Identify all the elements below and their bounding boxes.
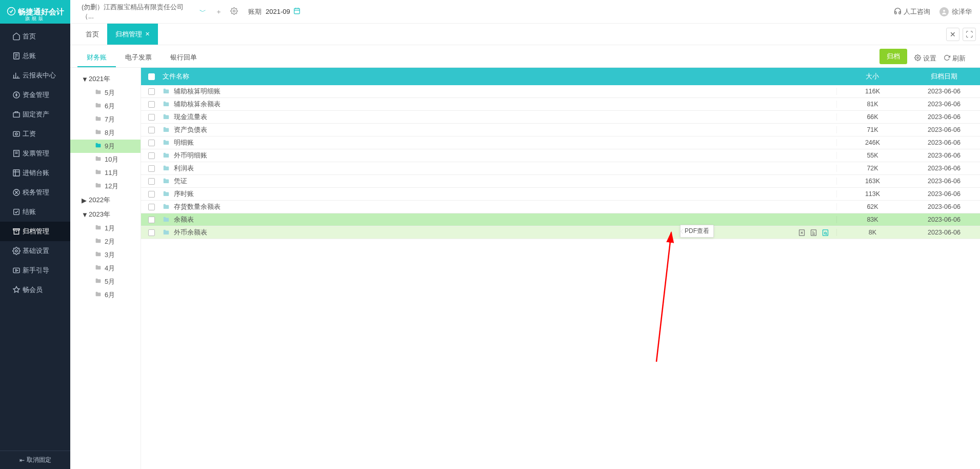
file-date: 2023-06-06 xyxy=(908,101,980,108)
row-checkbox[interactable] xyxy=(148,178,155,185)
sidebar-item-ledger[interactable]: 总账 xyxy=(0,46,70,66)
sidebar-item-archive[interactable]: 归档管理 xyxy=(0,222,70,241)
month-label: 7月 xyxy=(105,115,115,124)
settings-link[interactable]: 设置 xyxy=(914,54,936,63)
folder-icon xyxy=(95,291,102,299)
table-row[interactable]: 余额表83K2023-06-06 xyxy=(141,213,980,226)
header-date[interactable]: 归档日期 xyxy=(908,72,980,81)
table-row[interactable]: 存货数量余额表62K2023-06-06 xyxy=(141,201,980,213)
month-label: 4月 xyxy=(105,264,115,273)
page-tab[interactable]: 首页 xyxy=(77,24,107,45)
row-checkbox[interactable] xyxy=(148,152,155,159)
row-checkbox[interactable] xyxy=(148,88,155,95)
sidebar-item-settings[interactable]: 基础设置 xyxy=(0,241,70,261)
archive-button[interactable]: 归档 xyxy=(879,49,907,64)
refresh-link[interactable]: 刷新 xyxy=(944,54,966,63)
file-name: 现金流量表 xyxy=(174,113,207,122)
tree-month[interactable]: 4月 xyxy=(70,262,141,275)
svg-rect-21 xyxy=(14,230,18,234)
tree-month[interactable]: 9月 xyxy=(70,140,141,153)
tree-month[interactable]: 1月 xyxy=(70,222,141,235)
chevron-down-icon[interactable]: ﹀ xyxy=(199,7,206,16)
home-icon xyxy=(10,32,23,41)
tree-year[interactable]: ▼2021年 xyxy=(70,72,141,86)
user-menu[interactable]: 徐泽华 xyxy=(939,7,972,16)
sidebar-item-tax[interactable]: 税务管理 xyxy=(0,183,70,202)
row-checkbox[interactable] xyxy=(148,191,155,198)
sidebar-item-guide[interactable]: 新手引导 xyxy=(0,261,70,280)
row-checkbox[interactable] xyxy=(148,140,155,146)
sidebar-item-asset[interactable]: 固定资产 xyxy=(0,105,70,124)
period-value[interactable]: 2021-09 xyxy=(266,8,290,15)
add-button[interactable]: ＋ xyxy=(215,7,222,16)
tree-month[interactable]: 3月 xyxy=(70,248,141,262)
select-all-checkbox[interactable] xyxy=(148,73,155,80)
tree-month[interactable]: 6月 xyxy=(70,100,141,113)
download-pdf-icon[interactable] xyxy=(810,229,817,237)
sidebar-item-home[interactable]: 首页 xyxy=(0,27,70,46)
sidebar-item-purchase[interactable]: 进销台账 xyxy=(0,163,70,183)
tree-month[interactable]: 8月 xyxy=(70,126,141,140)
sidebar-unpin[interactable]: ⇤ 取消固定 xyxy=(0,451,70,469)
sidebar-item-invoice[interactable]: 发票管理 xyxy=(0,144,70,163)
tree-month[interactable]: 11月 xyxy=(70,166,141,180)
month-label: 11月 xyxy=(105,168,118,178)
unpin-icon: ⇤ xyxy=(19,457,25,464)
header-size[interactable]: 大小 xyxy=(836,72,908,81)
close-book-icon xyxy=(10,208,23,216)
sidebar-item-vip[interactable]: 畅会员 xyxy=(0,280,70,300)
tree-month[interactable]: 7月 xyxy=(70,113,141,126)
tab-close-button[interactable]: ✕ xyxy=(946,28,959,41)
pdf-view-icon[interactable] xyxy=(822,229,829,237)
table-row[interactable]: 外币明细账55K2023-06-06 xyxy=(141,149,980,162)
tree-month[interactable]: 5月 xyxy=(70,86,141,100)
file-name: 余额表 xyxy=(174,216,194,224)
file-date: 2023-06-06 xyxy=(908,113,980,121)
row-checkbox[interactable] xyxy=(148,229,155,236)
close-icon[interactable]: ✕ xyxy=(145,31,150,37)
subtab[interactable]: 电子发票 xyxy=(116,48,161,67)
file-size: 62K xyxy=(836,203,908,210)
subtab[interactable]: 银行回单 xyxy=(161,48,206,67)
download-excel-icon[interactable] xyxy=(798,229,806,237)
content: 财务账电子发票银行回单 归档 设置 刷新 ▼2021年5月6月7月8 xyxy=(70,45,980,469)
tree-month[interactable]: 6月 xyxy=(70,288,141,302)
table-row[interactable]: 利润表72K2023-06-06 xyxy=(141,162,980,175)
row-checkbox[interactable] xyxy=(148,114,155,121)
row-checkbox[interactable] xyxy=(148,101,155,108)
tree-year[interactable]: ▶2022年 xyxy=(70,193,141,207)
table-row[interactable]: 外币余额表8K2023-06-06 xyxy=(141,226,980,239)
calendar-icon[interactable] xyxy=(293,7,301,16)
row-checkbox[interactable] xyxy=(148,165,155,172)
header-filename[interactable]: 文件名称 xyxy=(162,72,836,81)
tree-month[interactable]: 10月 xyxy=(70,153,141,166)
sidebar-item-money[interactable]: 资金管理 xyxy=(0,85,70,105)
caret-icon: ▼ xyxy=(82,211,89,219)
page-tab[interactable]: 归档管理✕ xyxy=(107,24,158,45)
table-row[interactable]: 凭证163K2023-06-06 xyxy=(141,175,980,188)
folder-icon xyxy=(95,89,102,97)
row-checkbox[interactable] xyxy=(148,217,155,223)
tree-month[interactable]: 5月 xyxy=(70,275,141,288)
table-row[interactable]: 资产负债表71K2023-06-06 xyxy=(141,124,980,136)
sidebar-item-salary[interactable]: 工资 xyxy=(0,124,70,144)
tree-month[interactable]: 2月 xyxy=(70,235,141,248)
table-row[interactable]: 现金流量表66K2023-06-06 xyxy=(141,111,980,124)
tree-year[interactable]: ▼2023年 xyxy=(70,207,141,222)
sidebar-item-chart[interactable]: 云报表中心 xyxy=(0,66,70,85)
tree-month[interactable]: 12月 xyxy=(70,180,141,193)
table-row[interactable]: 序时账113K2023-06-06 xyxy=(141,188,980,201)
subtabs-bar: 财务账电子发票银行回单 归档 设置 刷新 xyxy=(70,45,980,68)
row-checkbox[interactable] xyxy=(148,127,155,133)
table-row[interactable]: 明细账246K2023-06-06 xyxy=(141,136,980,149)
file-name: 外币明细账 xyxy=(174,151,207,160)
table-row[interactable]: 辅助核算余额表81K2023-06-06 xyxy=(141,98,980,111)
subtab[interactable]: 财务账 xyxy=(77,48,116,67)
fullscreen-button[interactable]: ⛶ xyxy=(963,28,976,41)
company-selector[interactable]: (勿删）江西服宝精品有限责任公司（... xyxy=(82,3,194,21)
consult-link[interactable]: 人工咨询 xyxy=(894,7,930,16)
row-checkbox[interactable] xyxy=(148,204,155,210)
settings-icon-button[interactable] xyxy=(230,7,238,16)
table-row[interactable]: 辅助核算明细账116K2023-06-06 xyxy=(141,85,980,98)
sidebar-item-close-book[interactable]: 结账 xyxy=(0,202,70,222)
